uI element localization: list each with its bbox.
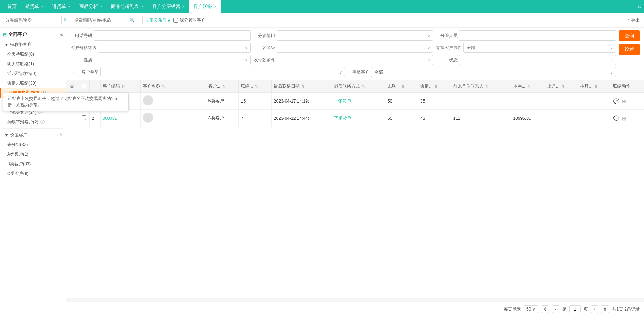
- first-page-btn[interactable]: ⟪: [541, 305, 549, 313]
- col-name[interactable]: 客户名称 ⇅: [140, 80, 206, 93]
- horizontal-scrollbar[interactable]: [66, 298, 644, 302]
- main-search-input[interactable]: [74, 18, 128, 23]
- row2-checkbox[interactable]: [78, 110, 89, 127]
- info-icon-4: ⓘ: [40, 119, 45, 124]
- payment-select[interactable]: ∨: [277, 55, 434, 65]
- sidebar-item-overdue[interactable]: 逾期未联络(30): [0, 79, 66, 88]
- nav-customer-contact[interactable]: 客户联络 ×: [189, 0, 221, 13]
- nav-sales[interactable]: 销货单 ×: [21, 0, 48, 13]
- phone-input[interactable]: [94, 30, 251, 41]
- nav-purchase[interactable]: 进货单 ×: [48, 0, 75, 13]
- row1-grid-icon[interactable]: ⊞: [622, 98, 626, 104]
- row1-name[interactable]: [140, 93, 206, 110]
- chevron-down-icon-page: ∨: [532, 307, 536, 312]
- sidebar-item-today[interactable]: 今天待联络(0): [0, 49, 66, 59]
- row2-code[interactable]: 000031: [100, 110, 140, 127]
- row2-grid-icon[interactable]: ⊞: [622, 115, 626, 121]
- col-code[interactable]: 客户编码 ⇅: [100, 80, 140, 93]
- edit-icon[interactable]: ✎: [60, 133, 63, 138]
- row1-this-year: [511, 93, 545, 110]
- col-checkbox[interactable]: [78, 80, 89, 93]
- last-page-btn[interactable]: ⟫: [601, 305, 609, 313]
- more-conditions-btn[interactable]: ▽ 更多条件 ∨: [145, 17, 171, 23]
- col-overdue[interactable]: 逾期... ⇅: [418, 80, 451, 93]
- col-last-month[interactable]: 上月... ⇅: [545, 80, 578, 93]
- sort-icon-date: ⇅: [301, 84, 304, 88]
- row1-last-method[interactable]: 下销货单: [332, 93, 385, 110]
- row2-select-checkbox[interactable]: [82, 115, 86, 120]
- filter-payment: 收付款条件 ∨: [254, 55, 434, 65]
- my-customers-check[interactable]: [173, 18, 178, 23]
- row2-last-method[interactable]: 下销货单: [332, 110, 385, 127]
- sidebar-all-customers[interactable]: ⊞ 全部客户 ≪: [0, 29, 66, 40]
- dept-select[interactable]: ∨: [277, 30, 434, 41]
- set-button[interactable]: 设置: [619, 44, 640, 55]
- table-container[interactable]: ⚙ 客户编码 ⇅ 客户名称 ⇅: [66, 80, 644, 298]
- tooltip-box: 距客户上次交易时长，超过了此客户的平均交易周期的1.5倍，则视为异常。: [66, 93, 129, 111]
- nav-home[interactable]: 首页: [3, 0, 21, 13]
- sidebar-pending-section[interactable]: ▼ 待联络客户: [0, 40, 66, 49]
- retail-customer-select[interactable]: 全部 ∨: [371, 67, 616, 77]
- sidebar-search-input[interactable]: [3, 16, 62, 24]
- row1-message-icon[interactable]: 💬: [613, 98, 619, 104]
- sort-icon-this-month: ⇅: [594, 84, 597, 88]
- next-page-btn[interactable]: ›: [591, 305, 598, 313]
- main-layout: 🔍 ⊞ 全部客户 ≪ ▼ 待联络客户 今天待联络(0) 明天待联络(1) 近7天…: [0, 13, 644, 316]
- page-number-input[interactable]: [569, 305, 581, 313]
- settings-icon[interactable]: ⚙: [70, 84, 74, 89]
- row2-name[interactable]: [140, 110, 206, 127]
- col-last-contact-date[interactable]: 最后联络日期 ⇅: [272, 80, 332, 93]
- nav-analysis[interactable]: 商品分析 ×: [75, 0, 107, 13]
- close-sales-tab[interactable]: ×: [41, 4, 43, 9]
- select-all-checkbox[interactable]: [82, 84, 86, 88]
- close-analysis-list-tab[interactable]: ×: [141, 4, 143, 9]
- nav-customer-mgmt[interactable]: 客户分层经营 ×: [148, 0, 189, 13]
- my-customers-checkbox[interactable]: 我分管的客户: [173, 17, 205, 23]
- sidebar-item-declining[interactable]: 持续下滑客户(2) ⓘ: [0, 117, 66, 127]
- customer-type-select[interactable]: ∨: [100, 67, 345, 77]
- sort-icon-year: ⇅: [527, 84, 530, 88]
- sidebar-collapse-btn[interactable]: ≪: [60, 33, 63, 37]
- page-size-select[interactable]: 50 ∨: [524, 305, 538, 313]
- col-unread[interactable]: 未联... ⇅: [385, 80, 418, 93]
- sidebar-item-b-class[interactable]: B类客户(33): [0, 159, 66, 169]
- sidebar-item-tomorrow[interactable]: 明天待联络(1): [0, 59, 66, 69]
- price-level-select[interactable]: ∨: [98, 43, 251, 53]
- row2-actions: 💬 ⊞: [611, 110, 644, 127]
- nav-analysis-list[interactable]: 商品分析列表 ×: [107, 0, 148, 13]
- close-purchase-tab[interactable]: ×: [68, 4, 70, 9]
- export-button[interactable]: ↑ 导出: [627, 17, 640, 23]
- search-icon[interactable]: 🔍: [129, 18, 135, 23]
- sort-icon-code: ⇅: [122, 84, 125, 88]
- col-this-year[interactable]: 本年... ⇅: [511, 80, 545, 93]
- arrow-down-icon: ▼: [4, 42, 9, 47]
- status-select[interactable]: ∨: [459, 55, 616, 65]
- sort-icon-method: ⇅: [362, 84, 365, 88]
- col-this-month[interactable]: 本月... ⇅: [578, 80, 611, 93]
- person-select[interactable]: ···: [459, 30, 616, 41]
- col-unit-contact[interactable]: 往来单位联系人 ⇅: [451, 80, 511, 93]
- col-contact[interactable]: 联络... ⇅: [238, 80, 271, 93]
- sidebar-value-customers[interactable]: ▼ 价值客户 ○ ✎: [0, 130, 66, 140]
- prev-page-btn[interactable]: ‹: [552, 305, 559, 313]
- close-customer-mgmt-tab[interactable]: ×: [182, 4, 185, 9]
- row2-message-icon[interactable]: 💬: [613, 115, 619, 121]
- table-header-row: ⚙ 客户编码 ⇅ 客户名称 ⇅: [66, 80, 644, 93]
- col-settings[interactable]: ⚙: [66, 80, 78, 93]
- sidebar-search-icon[interactable]: 🔍: [63, 18, 66, 23]
- gender-select[interactable]: ∨: [94, 55, 251, 65]
- sidebar-item-ungroup[interactable]: 未分组(32): [0, 140, 66, 150]
- col-category[interactable]: 客户... ⇅: [206, 80, 238, 93]
- retail-attr-select[interactable]: 全部 ∨: [463, 43, 616, 53]
- sidebar-item-c-class[interactable]: C类客户(6): [0, 169, 66, 179]
- close-customer-contact-tab[interactable]: ×: [214, 4, 216, 9]
- sidebar-item-7days[interactable]: 近7天待联络(0): [0, 69, 66, 79]
- col-last-contact-method[interactable]: 最后联络方式 ⇅: [332, 80, 385, 93]
- window-close-button[interactable]: ×: [638, 3, 641, 10]
- close-analysis-tab[interactable]: ×: [100, 4, 102, 9]
- add-icon[interactable]: ○: [56, 133, 58, 138]
- customer-level-select[interactable]: ∨: [277, 43, 434, 53]
- more-filter-icon[interactable]: ···: [71, 70, 74, 75]
- query-button[interactable]: 查询: [619, 30, 640, 41]
- sidebar-item-a-class[interactable]: A类客户(1): [0, 150, 66, 159]
